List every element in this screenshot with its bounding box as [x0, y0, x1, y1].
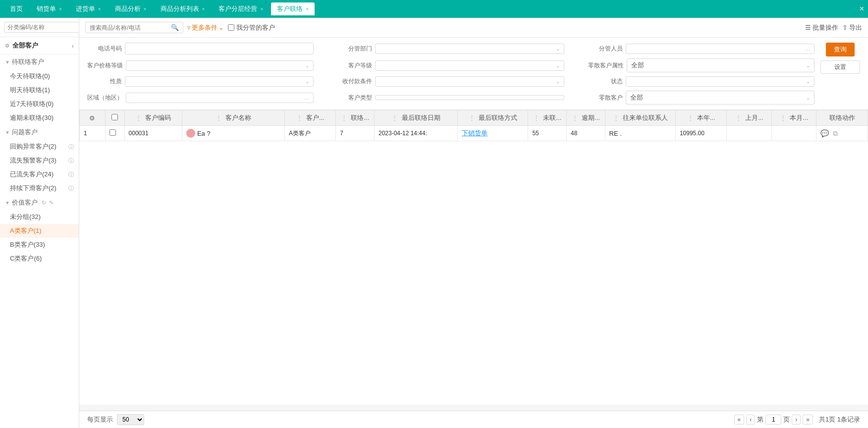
cell-checkbox[interactable]	[105, 126, 124, 141]
sidebar-group-pending-title[interactable]: ▼ 待联络客户	[0, 54, 79, 69]
th-type: ⋮ 客户...	[284, 110, 335, 126]
sidebar-item-b-class[interactable]: B类客户(33)	[0, 238, 79, 252]
sidebar-item-unclassified[interactable]: 未分组(32)	[0, 210, 79, 224]
search-icon[interactable]: 🔍	[171, 24, 179, 31]
nature-label: 性质	[87, 77, 122, 86]
value-refresh-icon[interactable]: ↻	[42, 200, 46, 206]
payment-select[interactable]: ⌄	[375, 76, 564, 87]
tab-cc-close[interactable]: ×	[306, 6, 309, 12]
bottom-bar: 每页显示 50 20 100 « ‹ 第 页 › » 共1页 1条记录	[79, 411, 868, 428]
row-checkbox[interactable]	[109, 129, 116, 136]
sidebar-item-churned[interactable]: 已流失客户(24) ⓘ	[0, 167, 79, 181]
value-edit-icon[interactable]: ✎	[49, 200, 54, 206]
horizontal-scroll[interactable]	[79, 405, 868, 411]
tab-home[interactable]: 首页	[4, 2, 29, 15]
retail-select[interactable]: 全部 ⌄	[626, 91, 814, 105]
price-level-label: 客户价格等级	[87, 61, 123, 70]
cell-code: 000031	[124, 126, 182, 141]
status-select[interactable]: ⌄	[626, 76, 814, 87]
phone-input[interactable]	[125, 43, 314, 54]
sidebar-item-rebuy-abnormal[interactable]: 回购异常客户(2) ⓘ	[0, 140, 79, 154]
nature-chevron-icon: ⌄	[305, 79, 309, 84]
price-level-select[interactable]: ⌄	[126, 60, 314, 71]
last-page-button[interactable]: »	[803, 415, 813, 425]
sidebar-item-tomorrow[interactable]: 明天待联络(1)	[0, 83, 79, 97]
sort-handle-name: ⋮	[216, 114, 222, 121]
person-select[interactable]: …	[626, 44, 814, 54]
qr-icon[interactable]: ⧉	[833, 129, 838, 138]
churned-label: 已流失客户(24)	[10, 170, 54, 179]
batch-op-icon: ☰	[805, 24, 811, 31]
nature-select[interactable]: ⌄	[125, 76, 314, 87]
last-method-link[interactable]: 下销货单	[462, 129, 488, 137]
cell-unit-contact: RE .	[605, 126, 675, 141]
filter-more-button[interactable]: ▿ 更多条件 ⌄	[187, 23, 224, 32]
th-overdue-label: 逾期...	[582, 114, 600, 121]
my-customers-checkbox[interactable]	[228, 24, 234, 31]
tab-purchase-close[interactable]: ×	[98, 6, 101, 12]
tab-pal-close[interactable]: ×	[202, 6, 205, 12]
sidebar-collapse-icon[interactable]: ‹	[72, 42, 74, 50]
select-all-checkbox[interactable]	[111, 114, 118, 120]
filter-retail: 零散客户 全部 ⌄	[588, 91, 814, 105]
my-customers-checkbox-wrap[interactable]: 我分管的客户	[228, 23, 275, 32]
prev-page-button[interactable]: ‹	[746, 415, 755, 425]
filter-dept: 分管部门 ⌄	[337, 44, 564, 54]
filter-person: 分管人员 …	[588, 44, 814, 54]
tab-sales-close[interactable]: ×	[59, 6, 62, 12]
tab-pal-label: 商品分析列表	[161, 4, 199, 13]
sidebar-item-7days[interactable]: 近7天待联络(0)	[0, 97, 79, 111]
tab-sales-order[interactable]: 销货单 ×	[31, 2, 68, 15]
close-all-button[interactable]: ×	[860, 4, 864, 13]
setting-button[interactable]: 设置	[820, 60, 860, 74]
sidebar-search-input[interactable]	[4, 22, 79, 33]
th-name: ⋮ 客户名称	[182, 110, 284, 126]
search-button[interactable]: 查询	[826, 43, 855, 56]
cell-this-month	[771, 126, 816, 141]
th-last-method-label: 最后联络方式	[479, 114, 517, 121]
table-row: 1 000031 Ea ? A类客户 7 2023-04-12 14:44:	[80, 126, 868, 141]
sort-handle-year: ⋮	[687, 114, 694, 121]
th-overdue: ⋮ 逾期...	[567, 110, 605, 126]
tab-pa-close[interactable]: ×	[144, 6, 147, 12]
sidebar-item-churn-warning[interactable]: 流失预警客户(3) ⓘ	[0, 154, 79, 167]
tab-cs-close[interactable]: ×	[260, 6, 263, 12]
tab-product-analysis[interactable]: 商品分析 ×	[109, 2, 153, 15]
sidebar-group-value-title[interactable]: ▼ 价值客户 ↻ ✎	[0, 195, 79, 210]
th-this-year-label: 本年...	[697, 114, 715, 121]
customer-name[interactable]: Ea ?	[197, 130, 211, 137]
sidebar-item-today[interactable]: 今天待联络(0)	[0, 69, 79, 83]
sidebar-item-declining[interactable]: 持续下滑客户(2) ⓘ	[0, 181, 79, 195]
batch-op-button[interactable]: ☰ 批量操作	[805, 23, 838, 32]
sidebar-all-customers[interactable]: ⚙ 全部客户 ‹	[0, 37, 79, 54]
next-page-button[interactable]: ›	[792, 415, 801, 425]
export-button[interactable]: ⇧ 导出	[842, 23, 862, 32]
cell-overdue: 48	[567, 126, 605, 141]
dept-select[interactable]: ⌄	[375, 44, 564, 54]
search-input[interactable]	[90, 24, 169, 31]
dept-chevron-icon: ⌄	[556, 46, 560, 52]
tab-customer-segment[interactable]: 客户分层经营 ×	[213, 2, 269, 15]
customer-level-select[interactable]: ⌄	[375, 60, 564, 71]
tomorrow-label: 明天待联络(1)	[10, 86, 50, 95]
page-size-select[interactable]: 50 20 100	[117, 414, 144, 425]
retail-attr-select[interactable]: 全部 ⌄	[627, 58, 814, 72]
tab-product-analysis-list[interactable]: 商品分析列表 ×	[155, 2, 211, 15]
tab-customer-contact[interactable]: 客户联络 ×	[271, 2, 315, 15]
sidebar-item-overdue[interactable]: 逾期未联络(30)	[0, 111, 79, 125]
region-select[interactable]: …	[126, 93, 314, 103]
batch-op-label: 批量操作	[813, 23, 838, 32]
gear-icon[interactable]: ⚙	[88, 114, 96, 122]
first-page-button[interactable]: «	[734, 415, 745, 425]
th-checkbox[interactable]	[105, 110, 124, 126]
sidebar-item-a-class[interactable]: A类客户(1)	[0, 224, 79, 238]
sidebar-group-problem-title[interactable]: ▼ 问题客户	[0, 125, 79, 140]
sidebar-item-c-class[interactable]: C类客户(6)	[0, 252, 79, 266]
tab-purchase[interactable]: 进货单 ×	[70, 2, 107, 15]
page-input[interactable]	[765, 415, 781, 425]
th-gear[interactable]: ⚙	[80, 110, 106, 126]
page-nav: « ‹ 第 页 › » 共1页 1条记录	[734, 415, 860, 425]
customer-type-select[interactable]	[375, 95, 564, 100]
b-class-label: B类客户(33)	[10, 240, 45, 249]
chat-icon[interactable]: 💬	[820, 129, 829, 137]
